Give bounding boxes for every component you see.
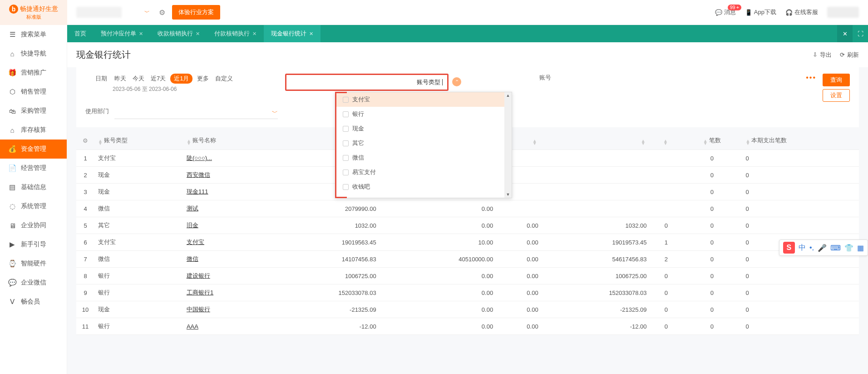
checkbox-icon[interactable] (343, 170, 349, 175)
sidebar-item-6[interactable]: 💰资金管理 (0, 140, 67, 159)
account-name-link[interactable]: 工商银行1 (187, 289, 213, 296)
dropdown-option-7[interactable]: 长沙银行 (335, 194, 504, 198)
dropdown-option-2[interactable]: 现金 (335, 121, 504, 136)
sort-icon[interactable]: ▲▼ (98, 140, 103, 145)
org-caret-icon[interactable]: ﹀ (144, 9, 150, 16)
sort-icon[interactable]: ▲▼ (641, 140, 646, 145)
export-button[interactable]: ⇩ 导出 (813, 51, 832, 59)
table-settings-icon[interactable]: ⚙ (83, 137, 88, 144)
ime-lang-label[interactable]: 中 (799, 243, 806, 253)
sidebar-item-11[interactable]: ▶新手引导 (0, 235, 67, 254)
sidebar-item-8[interactable]: ▤基础信息 (0, 178, 67, 197)
dropdown-option-4[interactable]: 微信 (335, 150, 504, 165)
try-industry-button[interactable]: 体验行业方案 (172, 5, 220, 20)
sort-icon[interactable]: ▲▼ (533, 140, 537, 145)
ime-toolbox-icon[interactable]: ▦ (857, 244, 864, 252)
dropdown-scrollbar[interactable]: ▲ ▼ (504, 92, 512, 198)
sidebar-item-4[interactable]: 🛍采购管理 (0, 101, 67, 120)
ime-keyboard-icon[interactable]: ⌨ (830, 244, 841, 252)
checkbox-icon[interactable] (343, 140, 349, 146)
collapse-toggle-icon[interactable]: ⌃ (452, 77, 461, 86)
account-name-link[interactable]: 建设银行 (187, 272, 210, 279)
dropdown-option-3[interactable]: 其它 (335, 136, 504, 150)
column-header-7[interactable]: ▲▼ (651, 132, 682, 150)
sidebar-item-10[interactable]: 🖥企业协同 (0, 216, 67, 235)
dept-select[interactable]: ﹀ (114, 106, 278, 119)
setting-button[interactable]: 设置 (823, 89, 850, 102)
tab-close-all-button[interactable]: ✕ (837, 25, 853, 42)
sort-icon[interactable]: ▲▼ (663, 140, 668, 145)
account-name-link[interactable]: AAA (187, 323, 198, 330)
user-menu[interactable] (827, 7, 859, 18)
sidebar-item-0[interactable]: ☰搜索菜单 (0, 25, 67, 44)
sort-icon[interactable]: ▲▼ (703, 140, 708, 145)
dropdown-option-6[interactable]: 收钱吧 (335, 180, 504, 194)
dropdown-option-1[interactable]: 银行 (335, 107, 504, 121)
settings-gear-icon[interactable]: ⚙ (159, 8, 165, 17)
date-option-4[interactable]: 更多 (195, 74, 211, 84)
tab-0[interactable]: 首页 (67, 25, 94, 42)
sidebar-item-3[interactable]: ⬡销售管理 (0, 82, 67, 101)
sidebar-item-1[interactable]: ⌂快捷导航 (0, 44, 67, 63)
sidebar-item-12[interactable]: ⌚智能硬件 (0, 254, 67, 273)
column-header-2[interactable]: ▲▼账号名称 (183, 132, 271, 150)
checkbox-icon[interactable] (343, 126, 349, 132)
tab-close-icon[interactable]: ✕ (309, 31, 313, 37)
tab-3[interactable]: 付款核销执行✕ (207, 25, 264, 42)
column-header-9[interactable]: ▲▼本期支出笔数 (742, 132, 859, 150)
account-name-link[interactable]: 中国银行 (187, 306, 210, 313)
ime-logo-icon[interactable]: S (783, 242, 795, 254)
account-name-link[interactable]: 微信 (187, 255, 198, 262)
date-option-1[interactable]: 今天 (131, 74, 146, 84)
dropdown-option-5[interactable]: 易宝支付 (335, 165, 504, 180)
checkbox-icon[interactable] (343, 111, 349, 117)
sort-icon[interactable]: ▲▼ (745, 140, 750, 145)
account-name-link[interactable]: 旧金 (187, 222, 198, 229)
org-selector[interactable] (76, 7, 122, 18)
account-name-link[interactable]: 现金111 (187, 188, 208, 195)
tab-fullscreen-button[interactable]: ⛶ (853, 25, 868, 42)
sidebar-item-2[interactable]: 🎁营销推广 (0, 63, 67, 82)
checkbox-icon[interactable] (343, 155, 349, 161)
account-name-link[interactable]: 测试 (187, 205, 198, 212)
scroll-down-icon[interactable]: ▼ (506, 192, 510, 197)
column-header-6[interactable]: ▲▼ (542, 132, 651, 150)
ime-punct-icon[interactable]: •, (809, 244, 814, 252)
tab-close-icon[interactable]: ✕ (252, 31, 256, 37)
sidebar-item-14[interactable]: Ⅴ畅会员 (0, 292, 67, 311)
checkbox-icon[interactable] (343, 184, 349, 190)
tab-1[interactable]: 预付冲应付单✕ (94, 25, 150, 42)
sort-icon[interactable]: ▲▼ (187, 140, 191, 145)
date-option-3[interactable]: 近1月 (170, 74, 192, 84)
date-option-5[interactable]: 自定义 (213, 74, 235, 84)
tab-close-icon[interactable]: ✕ (139, 31, 143, 37)
checkbox-icon[interactable] (343, 97, 349, 103)
scroll-up-icon[interactable]: ▲ (506, 93, 510, 98)
sidebar-item-9[interactable]: ◌系统管理 (0, 197, 67, 216)
account-name-link[interactable]: 陡(○○○)... (187, 155, 212, 161)
customer-service-link[interactable]: 🎧 在线客服 (785, 8, 818, 16)
sidebar-item-5[interactable]: ⌂库存核算 (0, 120, 67, 140)
column-header-8[interactable]: ▲▼笔数 (682, 132, 742, 150)
tab-4[interactable]: 现金银行统计✕ (264, 25, 321, 42)
sidebar-item-7[interactable]: 📄经营管理 (0, 159, 67, 178)
app-download-link[interactable]: 📱 App下载 (745, 8, 776, 16)
dropdown-option-0[interactable]: 支付宝 (335, 92, 504, 107)
account-type-select[interactable]: 账号类型 (285, 74, 449, 91)
more-filters-button[interactable]: ••• (806, 74, 816, 82)
sidebar-item-13[interactable]: 💬企业微信 (0, 273, 67, 292)
account-name-link[interactable]: 支付宝 (187, 239, 204, 245)
tab-close-icon[interactable]: ✕ (196, 31, 200, 37)
ime-skin-icon[interactable]: 👕 (844, 244, 853, 252)
messages-link[interactable]: 💬 消息 99 + (715, 8, 736, 16)
ime-mic-icon[interactable]: 🎤 (818, 244, 827, 252)
date-option-2[interactable]: 近7天 (149, 74, 168, 84)
date-option-0[interactable]: 昨天 (113, 74, 128, 84)
query-button[interactable]: 查询 (823, 74, 850, 86)
column-header-1[interactable]: ▲▼账号类型 (94, 132, 183, 150)
row-index: 4 (76, 200, 94, 217)
tab-2[interactable]: 收款核销执行✕ (150, 25, 207, 42)
refresh-button[interactable]: ⟳ 刷新 (840, 51, 859, 59)
cell-account-name: 陡(○○○)... (183, 150, 271, 167)
account-name-link[interactable]: 西安微信 (187, 171, 210, 178)
